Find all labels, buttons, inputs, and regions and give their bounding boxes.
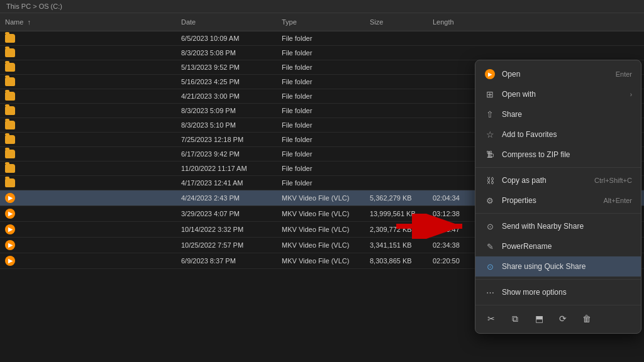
col-length: Length	[428, 16, 478, 28]
menu-copy-path-shortcut: Ctrl+Shift+C	[594, 177, 632, 184]
cell-name	[0, 177, 176, 189]
cell-length	[428, 61, 478, 74]
cell-size	[365, 90, 428, 102]
cell-date: 4/17/2023 12:41 AM	[176, 177, 277, 189]
cell-length	[428, 90, 478, 102]
cell-size	[365, 119, 428, 131]
cell-name: ▶	[0, 191, 176, 205]
cell-type: File folder	[277, 148, 365, 160]
separator-4	[475, 305, 641, 305]
cell-name	[0, 47, 176, 59]
cell-date: 5/13/2023 9:52 PM	[176, 61, 277, 74]
cell-type: File folder	[277, 162, 365, 175]
cell-name	[0, 32, 176, 45]
open-with-arrow: ›	[630, 91, 632, 98]
cell-size	[365, 162, 428, 175]
cell-name	[0, 148, 176, 160]
menu-share-label: Share	[502, 110, 632, 119]
menu-item-share[interactable]: ⇧ Share	[475, 104, 641, 124]
vlc-icon: ▶	[5, 193, 15, 203]
paste-shortcut-icon[interactable]: ⬒	[532, 312, 546, 326]
more-options-icon: ⋯	[484, 287, 496, 298]
cell-type: File folder	[277, 75, 365, 88]
cell-name	[0, 61, 176, 74]
cell-name	[0, 162, 176, 175]
menu-copy-path-label: Copy as path	[502, 176, 588, 185]
cell-type: File folder	[277, 104, 365, 117]
menu-nearby-share-label: Send with Nearby Share	[502, 222, 632, 231]
cell-name: ▶	[0, 238, 176, 252]
cell-size: 8,303,865 KB	[365, 254, 428, 268]
separator-1	[475, 167, 641, 168]
menu-item-power-rename[interactable]: ✎ PowerRename	[475, 236, 641, 256]
cell-date: 8/3/2023 5:08 PM	[176, 47, 277, 59]
cell-length: 02:04:34	[428, 191, 478, 205]
rename-icon[interactable]: ⟳	[556, 312, 570, 326]
menu-properties-label: Properties	[502, 196, 597, 205]
col-name: Name ↑	[0, 16, 176, 28]
menu-item-copy-path[interactable]: ⛓ Copy as path Ctrl+Shift+C	[475, 170, 641, 190]
cell-name	[0, 119, 176, 131]
context-menu: ▶ Open Enter ⊞ Open with › ⇧ Share ☆ Add…	[475, 60, 641, 334]
cell-size	[365, 47, 428, 59]
cell-type: File folder	[277, 133, 365, 146]
cell-type: MKV Video File (VLC)	[277, 222, 365, 236]
menu-favorites-label: Add to Favorites	[502, 130, 632, 139]
cell-length: 02:20:50	[428, 254, 478, 268]
menu-item-open-with[interactable]: ⊞ Open with ›	[475, 84, 641, 104]
vlc-icon: ▶	[5, 209, 15, 219]
folder-icon	[5, 106, 15, 115]
cell-type: File folder	[277, 119, 365, 131]
table-header: Name ↑ Date Type Size Length	[0, 13, 644, 31]
open-with-icon: ⊞	[484, 89, 496, 100]
table-row[interactable]: 6/5/2023 10:09 AM File folder	[0, 31, 644, 46]
cell-date: 4/24/2023 2:43 PM	[176, 191, 277, 205]
breadcrumb-bar: This PC > OS (C:)	[0, 0, 644, 13]
cell-length	[428, 133, 478, 146]
menu-item-compress[interactable]: 🗜 Compress to ZIP file	[475, 145, 641, 165]
cell-date: 11/20/2022 11:17 AM	[176, 162, 277, 175]
copy-icon[interactable]: ⧉	[508, 312, 522, 326]
cell-length	[428, 177, 478, 189]
cell-type: File folder	[277, 90, 365, 102]
cell-date: 5/16/2023 4:25 PM	[176, 75, 277, 88]
cell-name	[0, 104, 176, 117]
cell-name	[0, 90, 176, 102]
col-date: Date	[176, 16, 277, 28]
folder-icon	[5, 178, 15, 187]
folder-icon	[5, 164, 15, 173]
menu-item-quick-share[interactable]: ⊙ Share using Quick Share	[475, 256, 641, 277]
menu-item-properties[interactable]: ⚙ Properties Alt+Enter	[475, 190, 641, 211]
cell-size	[365, 32, 428, 45]
menu-power-rename-label: PowerRename	[502, 242, 632, 251]
menu-compress-label: Compress to ZIP file	[502, 150, 632, 159]
menu-item-favorites[interactable]: ☆ Add to Favorites	[475, 124, 641, 145]
cell-size	[365, 75, 428, 88]
cell-type: File folder	[277, 61, 365, 74]
quick-share-icon: ⊙	[484, 261, 496, 272]
cut-icon[interactable]: ✂	[484, 312, 498, 326]
menu-bottom-icons: ✂ ⧉ ⬒ ⟳ 🗑	[475, 308, 641, 329]
cell-date: 6/5/2023 10:09 AM	[176, 32, 277, 45]
cell-date: 8/3/2023 5:10 PM	[176, 119, 277, 131]
menu-item-more-options[interactable]: ⋯ Show more options	[475, 282, 641, 302]
menu-properties-shortcut: Alt+Enter	[603, 197, 632, 204]
menu-open-label: Open	[502, 70, 609, 79]
table-row[interactable]: 8/3/2023 5:08 PM File folder	[0, 46, 644, 60]
folder-icon	[5, 150, 15, 158]
cell-name: ▶	[0, 254, 176, 268]
folder-icon	[5, 92, 15, 101]
copy-path-icon: ⛓	[484, 175, 496, 186]
menu-item-open[interactable]: ▶ Open Enter	[475, 64, 641, 84]
breadcrumb-text: This PC > OS (C:)	[6, 3, 62, 10]
cell-length	[428, 104, 478, 117]
cell-name: ▶	[0, 207, 176, 221]
share-icon: ⇧	[484, 109, 496, 120]
cell-date: 6/17/2023 9:42 PM	[176, 148, 277, 160]
cell-name	[0, 75, 176, 88]
menu-open-with-label: Open with	[502, 90, 624, 99]
cell-size	[365, 61, 428, 74]
menu-item-nearby-share[interactable]: ⊙ Send with Nearby Share	[475, 216, 641, 236]
cell-name	[0, 133, 176, 146]
delete-icon[interactable]: 🗑	[580, 312, 594, 326]
